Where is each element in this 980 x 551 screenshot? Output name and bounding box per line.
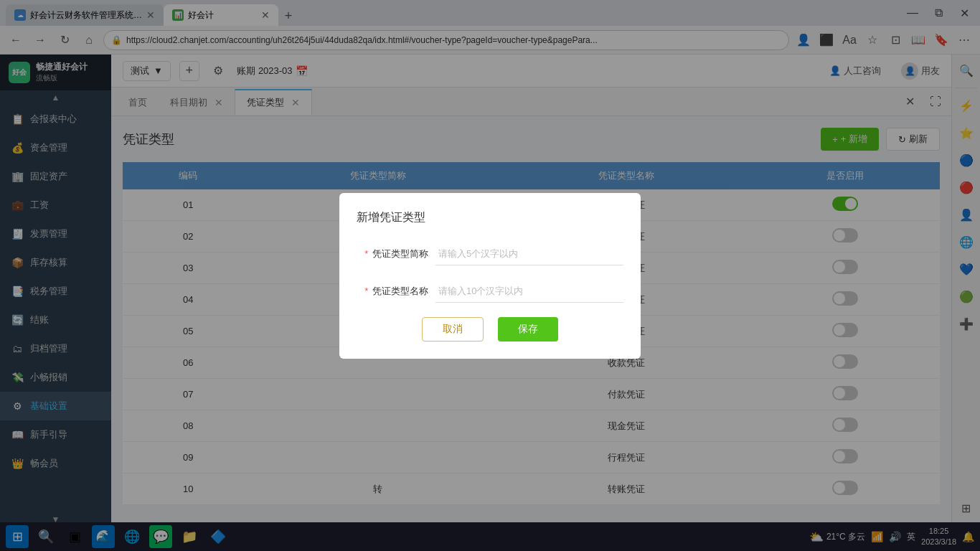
abbr-input[interactable] — [435, 242, 623, 265]
modal-title: 新增凭证类型 — [357, 210, 623, 225]
modal-dialog: 新增凭证类型 * 凭证类型简称 * 凭证类型名称 取消 保存 — [339, 193, 641, 359]
save-button[interactable]: 保存 — [498, 317, 558, 342]
abbr-label: * 凭证类型简称 — [357, 248, 435, 260]
modal-overlay: 新增凭证类型 * 凭证类型简称 * 凭证类型名称 取消 保存 — [0, 0, 980, 551]
form-row-abbr: * 凭证类型简称 — [357, 242, 623, 265]
name-label: * 凭证类型名称 — [357, 285, 435, 298]
name-input[interactable] — [435, 280, 623, 303]
form-row-name: * 凭证类型名称 — [357, 280, 623, 303]
cancel-button[interactable]: 取消 — [422, 317, 484, 342]
modal-actions: 取消 保存 — [357, 317, 623, 342]
name-required-mark: * — [364, 286, 368, 296]
abbr-required-mark: * — [364, 248, 368, 259]
